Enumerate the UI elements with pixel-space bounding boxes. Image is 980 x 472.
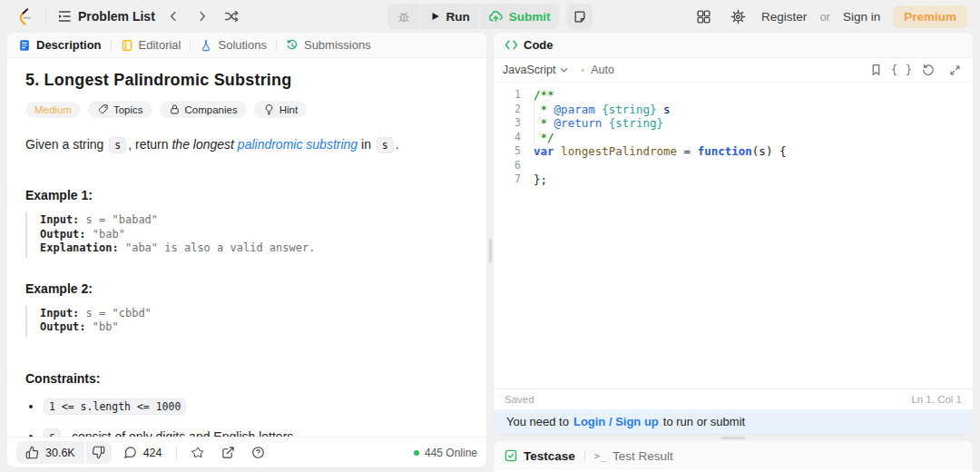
example-output-row: Output: "bab": [40, 228, 468, 242]
code-line: 6: [494, 159, 973, 173]
format-code-button[interactable]: { }: [893, 61, 911, 79]
debug-button[interactable]: [388, 4, 420, 29]
constraint-code: s: [44, 428, 61, 438]
prev-problem-button[interactable]: [162, 5, 184, 27]
layout-switcher-button[interactable]: [692, 5, 714, 27]
problem-list-label: Problem List: [78, 9, 155, 24]
settings-button[interactable]: [727, 5, 749, 27]
constraint-code: 1 <= s.length <= 1000: [44, 398, 186, 415]
example-explanation-row: Explanation: "aba" is also a valid answe…: [40, 241, 468, 256]
statement-text: Given a string: [25, 137, 107, 152]
tab-solutions[interactable]: Solutions: [198, 38, 268, 52]
comment-bubble-icon: [123, 446, 137, 459]
output-value: "bb": [86, 320, 119, 333]
console-tabbar: Testcase >_ Test Result: [494, 441, 973, 470]
code-line: 1/**: [494, 88, 973, 103]
comment-count: 424: [143, 447, 162, 459]
constraint-item: s consist of only digits and English let…: [25, 428, 468, 438]
tab-description[interactable]: Description: [16, 38, 103, 52]
auto-toggle[interactable]: Auto: [591, 64, 614, 76]
tag-icon: [97, 103, 109, 115]
tab-submissions-label: Submissions: [304, 38, 371, 52]
favorite-button[interactable]: [186, 446, 210, 460]
leetcode-logo[interactable]: [13, 5, 34, 27]
save-status: Saved: [505, 394, 534, 405]
code-tabbar: Code: [494, 33, 973, 58]
palindromic-substring-link[interactable]: palindromic substring: [238, 137, 358, 152]
constraint-item: 1 <= s.length <= 1000: [25, 398, 468, 415]
tab-editorial-label: Editorial: [139, 38, 181, 52]
tab-separator: [111, 39, 112, 51]
difficulty-badge[interactable]: Medium: [25, 102, 81, 118]
sign-in-link[interactable]: Sign in: [843, 10, 880, 24]
register-link[interactable]: Register: [761, 10, 807, 24]
main-area: Description Editorial Solutions: [0, 33, 980, 472]
tab-editorial[interactable]: Editorial: [119, 38, 183, 52]
dislike-button[interactable]: [86, 441, 112, 464]
run-button[interactable]: Run: [421, 4, 479, 29]
shuffle-icon: [224, 9, 239, 24]
tab-testcase[interactable]: Testcase: [505, 449, 575, 463]
footer-separator: [176, 447, 177, 459]
tab-submissions[interactable]: Submissions: [284, 38, 373, 52]
nav-left: Problem List: [13, 5, 242, 27]
inline-code-s: s: [109, 137, 126, 153]
tab-solutions-label: Solutions: [218, 38, 266, 52]
like-button[interactable]: 30.6K: [16, 441, 84, 464]
login-signup-link[interactable]: Login / Sign up: [573, 415, 659, 428]
example-input-row: Input: s = "cbbd": [40, 307, 468, 321]
description-footer: 30.6K 424: [7, 437, 486, 467]
language-select[interactable]: JavaScript: [503, 64, 568, 76]
submit-button[interactable]: Submit: [480, 4, 560, 29]
top-navbar: Problem List: [0, 0, 980, 33]
layout-grid-icon: [696, 9, 711, 25]
tab-code[interactable]: Code: [503, 38, 555, 52]
lock-icon: [169, 103, 181, 115]
reset-icon: [922, 64, 935, 76]
tab-test-result[interactable]: >_ Test Result: [594, 449, 673, 463]
fullscreen-button[interactable]: [946, 61, 964, 79]
hint-badge-label: Hint: [279, 104, 298, 115]
code-line: 7};: [494, 172, 973, 187]
bookmark-button[interactable]: [867, 61, 885, 79]
problem-description: 5. Longest Palindromic Substring Medium …: [7, 58, 486, 437]
description-panel: Description Editorial Solutions: [7, 33, 486, 467]
online-count: 445 Online: [425, 447, 477, 459]
run-button-group: Run Submit: [388, 4, 560, 29]
next-problem-button[interactable]: [191, 5, 213, 27]
comments-button[interactable]: 424: [119, 446, 167, 459]
horizontal-resize-handle[interactable]: [721, 437, 745, 439]
code-editor[interactable]: 1/**2 * @param {string} s3 * @return {st…: [494, 83, 973, 388]
example-2-title: Example 2:: [25, 281, 468, 296]
feedback-button[interactable]: [247, 446, 270, 459]
nav-divider: [45, 9, 46, 24]
problem-list-button[interactable]: Problem List: [57, 9, 155, 24]
problem-statement: Given a string s, return the longest pal…: [25, 134, 468, 155]
output-label: Output:: [40, 228, 86, 241]
nav-right: Register or Sign in Premium: [692, 5, 967, 28]
lightbulb-icon: [263, 103, 275, 115]
reset-code-button[interactable]: [919, 61, 937, 79]
testcase-check-icon: [505, 449, 517, 462]
note-icon: [573, 10, 586, 24]
problem-title: 5. Longest Palindromic Substring: [25, 71, 468, 90]
vertical-resize-handle[interactable]: [489, 239, 492, 262]
thumbs-down-icon: [92, 446, 105, 459]
like-count: 30.6K: [45, 447, 75, 459]
topics-badge[interactable]: Topics: [88, 101, 152, 118]
code-line: 2 * @param {string} s: [494, 103, 973, 117]
share-button[interactable]: [217, 446, 240, 459]
companies-badge[interactable]: Companies: [160, 101, 247, 118]
code-brackets-icon: [505, 39, 518, 51]
input-label: Input:: [40, 307, 79, 320]
description-doc-icon: [18, 39, 31, 52]
hint-badge[interactable]: Hint: [254, 101, 307, 118]
notes-button[interactable]: [567, 4, 593, 29]
badge-row: Medium Topics Companies: [25, 101, 468, 118]
premium-button[interactable]: Premium: [893, 5, 967, 28]
constraints-list: 1 <= s.length <= 1000 s consist of only …: [25, 398, 468, 438]
submit-cloud-upload-icon: [489, 9, 504, 24]
right-column: Code JavaScript • Auto: [494, 33, 973, 467]
random-problem-button[interactable]: [220, 5, 242, 27]
tab-test-result-label: Test Result: [612, 449, 673, 463]
